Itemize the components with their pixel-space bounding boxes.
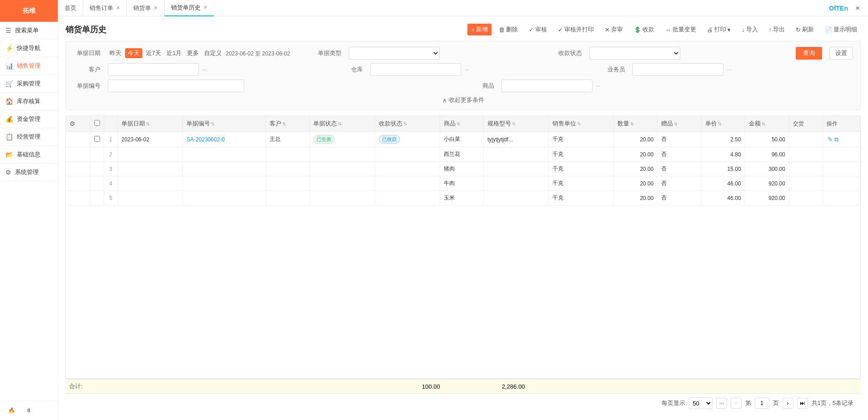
date-yesterday-btn[interactable]: 昨天 xyxy=(108,48,123,58)
next-page-button[interactable]: › xyxy=(783,398,793,409)
query-button[interactable]: 查询 xyxy=(796,47,822,60)
th-spec[interactable]: 规格型号⇅ xyxy=(483,116,548,132)
sidebar-item-capital[interactable]: 💰 资金管理 xyxy=(0,110,58,128)
tab-sales-history-label: 销货单历史 xyxy=(171,4,201,12)
sidebar-item-quick-nav[interactable]: ⚡ 快捷导航 xyxy=(0,40,58,57)
batch-change-button[interactable]: ↔ 批量变更 xyxy=(662,24,700,35)
th-gift[interactable]: 赠品⇅ xyxy=(657,116,701,132)
tab-sales-invoice[interactable]: 销货单 ✕ xyxy=(127,0,165,16)
td-doc-no[interactable] xyxy=(183,191,266,205)
topbar-close-button[interactable]: ✕ xyxy=(852,3,863,13)
sort-icon: ⇅ xyxy=(630,121,634,126)
td-doc-no[interactable] xyxy=(183,147,266,162)
td-doc-no[interactable]: SA-20230602-0 xyxy=(183,132,266,147)
tab-home[interactable]: 首页 xyxy=(58,0,83,16)
goods-ellipsis[interactable]: ··· xyxy=(594,83,602,89)
page-size-select[interactable]: 50 20 100 xyxy=(689,397,712,409)
last-page-button[interactable]: ⏭ xyxy=(797,398,808,409)
th-pay-status[interactable]: 收款状态⇅ xyxy=(375,116,440,132)
page-number-input[interactable] xyxy=(755,398,769,409)
page-title: 销货单历史 xyxy=(65,24,106,35)
filter-row-docno: 单据编号 商品 ··· xyxy=(73,80,853,92)
th-num xyxy=(104,116,117,132)
sidebar-item-search-menu[interactable]: ☰ 搜索菜单 xyxy=(0,22,58,40)
tab-sales-order[interactable]: 销售订单 ✕ xyxy=(83,0,127,16)
setting-button[interactable]: 设置 xyxy=(829,47,853,60)
customer-ellipsis[interactable]: ··· xyxy=(201,66,209,73)
th-doc-no[interactable]: 单据编号⇅ xyxy=(183,116,266,132)
sort-icon: ⇅ xyxy=(577,121,581,126)
close-icon[interactable]: ✕ xyxy=(154,5,158,11)
sidebar-item-purchase[interactable]: 🛒 采购管理 xyxy=(0,75,58,93)
th-price[interactable]: 单价⇅ xyxy=(701,116,745,132)
warehouse-input[interactable] xyxy=(370,63,461,76)
delete-button[interactable]: 🗑 删除 xyxy=(495,24,522,35)
staff-ellipsis[interactable]: ··· xyxy=(725,66,733,73)
td-pay-status xyxy=(375,147,440,162)
td-doc-date xyxy=(117,162,182,176)
new-button[interactable]: + 新增 xyxy=(467,24,492,35)
collapse-button[interactable]: ∧ 收起更多条件 xyxy=(442,96,484,104)
th-qty[interactable]: 数量⇅ xyxy=(614,116,657,132)
td-doc-no[interactable] xyxy=(183,176,266,191)
edit-op-button[interactable]: ✎ xyxy=(827,136,833,143)
print-button[interactable]: 🖨 打印 ▾ xyxy=(703,24,734,35)
select-all-checkbox[interactable] xyxy=(94,120,100,126)
row-checkbox[interactable] xyxy=(94,136,100,142)
doc-type-select[interactable] xyxy=(349,47,440,60)
staff-input[interactable] xyxy=(632,63,723,76)
abandon-button[interactable]: ✕ 弃审 xyxy=(601,24,627,35)
td-operation: ✎⧉ xyxy=(823,132,860,147)
sidebar-item-sales[interactable]: 📊 销售管理 xyxy=(0,57,58,75)
td-doc-status xyxy=(310,191,375,205)
sidebar-item-operations[interactable]: 📋 经营管理 xyxy=(0,128,58,146)
date-custom-btn[interactable]: 自定义 xyxy=(202,48,224,58)
export-button[interactable]: ↑ 导出 xyxy=(765,24,789,35)
td-doc-date xyxy=(117,176,182,191)
customer-input[interactable] xyxy=(108,63,199,76)
sidebar-item-system[interactable]: ⚙ 系统管理 xyxy=(0,164,58,181)
refresh-button[interactable]: ↻ 刷新 xyxy=(792,24,818,35)
th-checkbox xyxy=(90,116,104,132)
pay-status-select[interactable] xyxy=(589,47,680,60)
th-settings[interactable]: ⚙ xyxy=(66,116,90,132)
close-icon[interactable]: ✕ xyxy=(203,5,207,10)
docno-control xyxy=(108,80,460,92)
batch-change-label: 批量变更 xyxy=(672,25,696,34)
th-doc-status[interactable]: 单据状态⇅ xyxy=(310,116,375,132)
td-qty: 20.00 xyxy=(614,176,657,191)
date-1month-btn[interactable]: 近1月 xyxy=(165,48,183,58)
th-goods[interactable]: 商品⇅ xyxy=(440,116,483,132)
copy-op-button[interactable]: ⧉ xyxy=(833,136,839,143)
import-button[interactable]: ↓ 导入 xyxy=(738,24,762,35)
date-7days-btn[interactable]: 近7天 xyxy=(144,48,163,58)
td-doc-status: 已生效 xyxy=(310,132,375,147)
date-today-btn[interactable]: 今天 xyxy=(125,48,142,58)
th-customer[interactable]: 客户⇅ xyxy=(266,116,310,132)
td-trade xyxy=(789,132,823,147)
first-page-button[interactable]: ⏮ xyxy=(716,398,727,409)
tab-sales-history[interactable]: 销货单历史 ✕ xyxy=(165,0,214,16)
sidebar-item-inventory[interactable]: 🏠 库存核算 xyxy=(0,93,58,110)
th-amount[interactable]: 金额⇅ xyxy=(745,116,789,132)
show-detail-button[interactable]: 📄 显示明细 xyxy=(821,24,861,35)
docno-input[interactable] xyxy=(108,80,244,92)
close-icon[interactable]: ✕ xyxy=(116,5,120,11)
audit-button[interactable]: ✓ 审核 xyxy=(525,24,551,35)
collapse-arrow-icon: ∧ xyxy=(442,97,447,104)
prev-page-button[interactable]: ‹ xyxy=(731,398,742,409)
sidebar-bottom-btn2[interactable]: ⏸ xyxy=(22,405,35,415)
sidebar-bottom-btn1[interactable]: 🔥 xyxy=(5,405,19,415)
warehouse-ellipsis[interactable]: ··· xyxy=(463,66,471,73)
goods-input[interactable] xyxy=(502,80,592,92)
date-more-btn[interactable]: 更多 xyxy=(185,48,201,58)
collect-button[interactable]: 💲 收款 xyxy=(630,24,658,35)
td-doc-no[interactable] xyxy=(183,162,266,176)
th-unit[interactable]: 销售单位⇅ xyxy=(549,116,614,132)
sort-icon: ⇅ xyxy=(338,121,341,126)
td-num: 2 xyxy=(104,147,117,162)
sidebar-item-baseinfo[interactable]: 📂 基础信息 xyxy=(0,146,58,164)
audit-print-button[interactable]: ✓ 审核并打印 xyxy=(554,24,597,35)
td-num: 5 xyxy=(104,191,117,205)
th-doc-date[interactable]: 单据日期⇅ xyxy=(117,116,182,132)
